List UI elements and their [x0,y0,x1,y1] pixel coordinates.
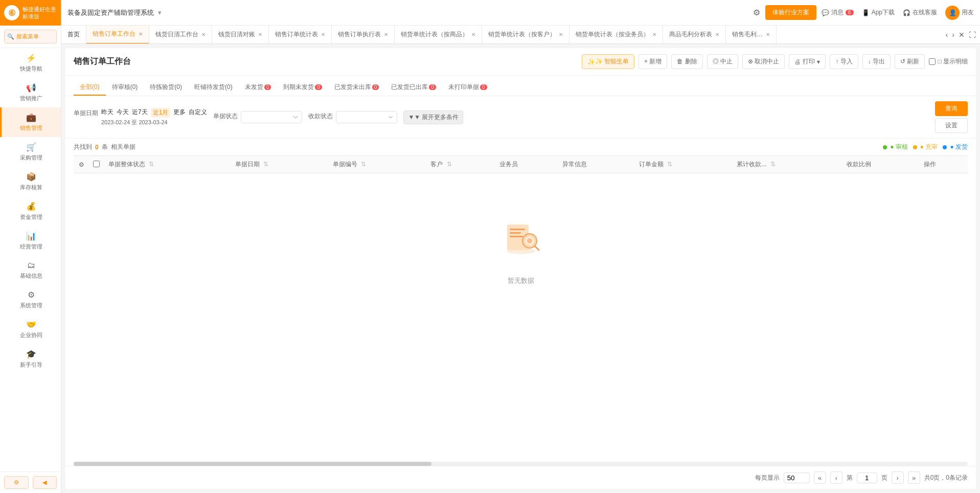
next-page-button[interactable]: › [892,472,904,484]
sidebar-item-system[interactable]: ⚙ 系统管理 [0,285,61,315]
ship-button[interactable]: ● 发货 [943,143,968,151]
sidebar-item-quick-nav[interactable]: ⚡ 快捷导航 [0,48,61,78]
close-tab-icon[interactable]: ✕ [321,32,325,37]
payment-filter-select[interactable] [336,111,397,123]
message-button[interactable]: 💬 消息 6 [822,8,854,17]
sidebar-item-finance[interactable]: 💰 资金管理 [0,196,61,226]
filter-settings-button[interactable]: 设置 [935,118,968,133]
search-menu-button[interactable]: 🔍 搜索菜单 [4,30,57,43]
first-page-button[interactable]: « [814,472,826,484]
close-tab-icon[interactable]: ✕ [384,32,388,37]
delete-button[interactable]: 🗑 删除 [671,54,702,69]
date-1month[interactable]: 近1月 [151,108,171,118]
tab-close-all-icon[interactable]: ✕ [959,31,965,39]
import-button[interactable]: ↑ 导入 [830,54,858,69]
date-7days[interactable]: 近7天 [132,108,148,118]
prev-page-button[interactable]: ‹ [830,472,842,484]
scrollbar-thumb[interactable] [74,462,431,466]
sort-date-icon[interactable]: ⇅ [263,161,268,168]
sub-tab-shipped-out[interactable]: 已发货已出库0 [385,80,442,96]
th-checkbox[interactable] [89,156,104,173]
workspace-toolbar: ✨ ✨ 智能生单 + 新增 🗑 删除 ◎ 中止 ⊗ 取消中止 🖨 打印 ▾ ↑ … [582,54,968,69]
cancel-stop-button[interactable]: ⊗ 取消中止 [742,54,785,69]
per-page-select[interactable]: 50 20 100 200 [784,473,810,483]
sub-tab-pending-review[interactable]: 待审核(0) [106,80,144,96]
tab-sales-by-customer[interactable]: 销货单统计表（按客户） ✕ [482,26,569,44]
sidebar-item-marketing[interactable]: 📢 营销推广 [0,78,61,107]
sort-collected-icon[interactable]: ⇅ [770,161,776,168]
show-detail-checkbox[interactable] [929,58,936,65]
sub-tab-not-printed[interactable]: 未打印单据0 [442,80,493,96]
tab-sales-by-staff[interactable]: 销货单统计表（按业务员） ✕ [569,26,663,44]
tab-home[interactable]: 首页 [61,26,86,44]
export-button[interactable]: ↓ 导出 [862,54,891,69]
sidebar-item-sales[interactable]: 💼 销售管理 [0,107,61,137]
close-tab-icon[interactable]: ✕ [652,32,656,37]
date-yesterday[interactable]: 昨天 [101,108,113,118]
sub-tab-not-shipped[interactable]: 未发货0 [239,80,278,96]
tab-cash-daily[interactable]: 钱货日清工作台 ✕ [149,26,212,44]
horizontal-scrollbar[interactable] [74,462,968,466]
date-today[interactable]: 今天 [117,108,129,118]
close-tab-icon[interactable]: ✕ [559,32,563,37]
tab-sales-by-product[interactable]: 销货单统计表（按商品） ✕ [395,26,482,44]
refresh-button[interactable]: ↺ 刷新 [895,54,925,69]
status-filter-select[interactable] [241,111,302,123]
tab-next-icon[interactable]: › [952,31,954,39]
sub-tab-shipped-not-out[interactable]: 已发货未出库0 [328,80,385,96]
close-tab-icon[interactable]: ✕ [139,31,143,37]
expand-filter-button[interactable]: ▼ ▼ 展开更多条件 [403,110,463,124]
tab-sales-more[interactable]: 销售毛利… ✕ [726,26,777,44]
tab-sales-exec[interactable]: 销售订单执行表 ✕ [332,26,395,44]
sub-tab-expired-not-shipped[interactable]: 到期未发货0 [277,80,328,96]
show-detail-label[interactable]: □ 显示明细 [929,57,968,66]
date-more[interactable]: 更多 [173,108,186,118]
online-support-button[interactable]: 🎧 在线客服 [903,8,937,17]
tab-sales-stat[interactable]: 销售订单统计表 ✕ [269,26,332,44]
th-ratio: 收款比例 [842,156,920,173]
sidebar-nav: ⚡ 快捷导航 📢 营销推广 💼 销售管理 🛒 采购管理 📦 库存核算 💰 资金管… [0,48,61,374]
close-tab-icon[interactable]: ✕ [471,32,475,37]
close-tab-icon[interactable]: ✕ [201,32,206,37]
tab-sales-workbench[interactable]: 销售订单工作台 ✕ [86,26,149,44]
tab-prev-icon[interactable]: ‹ [946,31,948,39]
sort-number-icon[interactable]: ⇅ [361,161,366,168]
sidebar-collapse-button[interactable]: ◀ [33,476,57,489]
sidebar-item-purchase[interactable]: 🛒 采购管理 [0,137,61,167]
date-custom[interactable]: 自定义 [189,108,207,118]
revoke-button[interactable]: ● 充审 [913,143,938,151]
tab-fullscreen-icon[interactable]: ⛶ [969,31,976,39]
ai-generate-button[interactable]: ✨ ✨ 智能生单 [582,54,634,69]
results-actions: ● 审核 ● 充审 ● 发货 [883,143,968,151]
page-input[interactable] [857,473,877,483]
last-page-button[interactable]: » [908,472,920,484]
tab-cash-reconcile[interactable]: 钱货日清对账 ✕ [212,26,269,44]
select-all-checkbox[interactable] [93,161,100,167]
close-tab-icon[interactable]: ✕ [715,32,719,37]
app-download-button[interactable]: 📱 App下载 [862,8,895,17]
sidebar-item-enterprise[interactable]: 🤝 企业协同 [0,315,61,344]
print-button[interactable]: 🖨 打印 ▾ [789,54,826,69]
sort-customer-icon[interactable]: ⇅ [447,161,452,168]
tab-profit-analysis[interactable]: 商品毛利分析表 ✕ [663,26,726,44]
sidebar-item-operation[interactable]: 📊 经营管理 [0,226,61,256]
topbar-gear-icon[interactable]: ⚙ [753,8,760,17]
close-tab-icon[interactable]: ✕ [258,32,262,37]
stop-button[interactable]: ◎ 中止 [707,54,738,69]
sub-tab-wangpu-ship[interactable]: 旺铺待发货(0) [188,80,239,96]
th-gear[interactable]: ⚙ [74,156,89,173]
audit-button[interactable]: ● 审核 [883,143,908,151]
sidebar-item-inventory[interactable]: 📦 库存核算 [0,167,61,196]
trial-button[interactable]: 体验行业方案 [765,5,816,20]
sidebar-item-base-info[interactable]: 🗂 基础信息 [0,256,61,285]
sidebar-settings-button[interactable]: ⚙ [4,476,29,489]
close-tab-icon[interactable]: ✕ [766,32,770,37]
add-button[interactable]: + 新增 [639,54,667,69]
user-menu[interactable]: 👤 用友 [945,6,974,20]
sub-tab-all[interactable]: 全部(0) [74,80,106,96]
query-button[interactable]: 查询 [935,101,968,116]
sidebar-item-guide[interactable]: 🎓 新手引导 [0,344,61,374]
sort-amount-icon[interactable]: ⇅ [667,161,672,168]
sub-tab-pending-inspect[interactable]: 待拣验货(0) [144,80,188,96]
sort-status-icon[interactable]: ⇅ [149,161,154,168]
